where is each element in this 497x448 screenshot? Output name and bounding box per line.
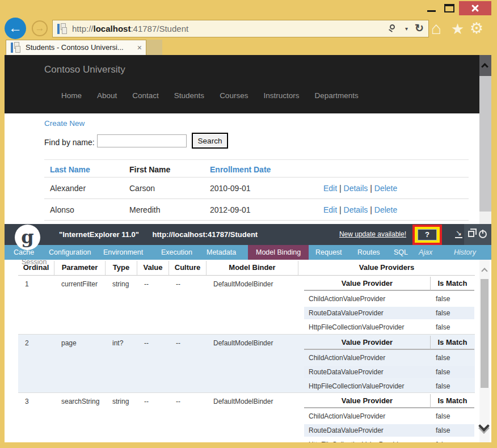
- details-link[interactable]: Details: [344, 184, 368, 193]
- is-match-cell: false: [430, 424, 474, 437]
- url-text[interactable]: http://localhost:41787/Student: [72, 20, 188, 37]
- site-nav: Home About Contact Students Courses Inst…: [61, 91, 359, 100]
- sidebar-item-contact[interactable]: Contact: [132, 91, 159, 100]
- edit-link[interactable]: Edit: [323, 184, 337, 193]
- model-binding-header: Ordinal Parameter Type Value Culture Mod…: [18, 261, 475, 276]
- minimize-button[interactable]: [424, 3, 439, 15]
- sidebar-item-home[interactable]: Home: [61, 91, 82, 100]
- site-header: Contoso University Home About Contact St…: [5, 55, 491, 113]
- chevron-down-icon[interactable]: ▾: [405, 20, 408, 37]
- model-binding-row: 2 page int? -- -- DefaultModelBinder Val…: [18, 334, 475, 392]
- glimpse-power-icon[interactable]: [479, 230, 487, 238]
- address-bar[interactable]: http://localhost:41787/Student ▾ ↻: [52, 20, 429, 37]
- model-binding-row: 3 searchString string -- -- DefaultModel…: [18, 392, 475, 442]
- ordinal-cell: 3: [18, 393, 54, 442]
- edit-link[interactable]: Edit: [323, 205, 337, 214]
- provider-name-cell: ChildActionValueProvider: [304, 293, 430, 305]
- create-new-link[interactable]: Create New: [44, 119, 85, 128]
- maximize-button[interactable]: [443, 3, 456, 14]
- provider-name-cell: RouteDataValueProvider: [304, 424, 430, 437]
- favorites-star-icon[interactable]: ★: [451, 19, 464, 39]
- delete-link[interactable]: Delete: [374, 184, 397, 193]
- value-cell: --: [137, 393, 169, 442]
- delete-link[interactable]: Delete: [374, 205, 397, 214]
- is-match-header: Is Match: [430, 336, 474, 349]
- value-cell: --: [137, 335, 169, 392]
- sidebar-item-courses[interactable]: Courses: [220, 91, 248, 100]
- home-icon[interactable]: ⌂: [431, 18, 441, 39]
- glimpse-tab-model-binding[interactable]: Model Binding: [248, 245, 309, 260]
- value-providers-table: Value Provider Is Match ChildActionValue…: [304, 336, 474, 392]
- value-provider-row: RouteDataValueProvider false: [304, 424, 474, 437]
- site-brand[interactable]: Contoso University: [44, 64, 125, 75]
- search-icon[interactable]: [389, 20, 399, 37]
- details-link[interactable]: Details: [344, 205, 368, 214]
- sidebar-item-about[interactable]: About: [97, 91, 117, 100]
- first-name-header: First Name: [129, 164, 210, 177]
- glimpse-tab-routes[interactable]: Routes: [357, 245, 380, 260]
- first-name-cell: Carson: [129, 177, 210, 199]
- sidebar-item-instructors[interactable]: Instructors: [263, 91, 299, 100]
- tab-row: Students - Contoso Universi... ×: [0, 40, 497, 55]
- glimpse-scroll-down-icon[interactable]: [480, 422, 488, 432]
- value-provider-row: HttpFileCollectionValueProvider false: [304, 321, 474, 333]
- maximize-icon: [444, 4, 454, 12]
- new-tab-stub[interactable]: [146, 40, 162, 55]
- last-name-cell: Alexander: [50, 177, 129, 199]
- help-button[interactable]: ?: [418, 229, 437, 240]
- close-button[interactable]: [459, 1, 491, 15]
- glimpse-scrollbar-thumb[interactable]: [481, 279, 488, 388]
- col-value: Value: [137, 261, 169, 275]
- sidebar-item-departments[interactable]: Departments: [314, 91, 358, 100]
- provider-name-cell: RouteDataValueProvider: [304, 307, 430, 319]
- glimpse-tab-sql[interactable]: SQL: [394, 245, 408, 260]
- glimpse-tab-request[interactable]: Request: [315, 245, 342, 260]
- is-match-cell: false: [430, 410, 474, 422]
- type-cell: string: [106, 276, 137, 334]
- value-providers-table: Value Provider Is Match ChildActionValue…: [304, 394, 474, 442]
- model-binding-row: 1 currentFilter string -- -- DefaultMode…: [18, 276, 475, 334]
- model-binder-cell: DefaultModelBinder: [207, 335, 298, 392]
- find-by-name-input[interactable]: [97, 134, 187, 147]
- sort-last-name-link[interactable]: Last Name: [50, 164, 129, 177]
- action-separator: |: [337, 205, 343, 214]
- type-cell: string: [106, 393, 137, 442]
- scrollbar-thumb[interactable]: [479, 76, 491, 212]
- glimpse-minimize-icon[interactable]: ↘: [455, 229, 462, 238]
- culture-cell: --: [169, 276, 207, 334]
- scroll-up-button[interactable]: [479, 55, 491, 76]
- browser-window: { "colors":{ "chrome_gold":"#EAC868","cl…: [0, 0, 497, 448]
- glimpse-tab-environment[interactable]: Environment: [103, 245, 143, 260]
- glimpse-tab-metadata[interactable]: Metadata: [207, 245, 236, 260]
- update-available-link[interactable]: New update available!: [339, 224, 406, 245]
- page-icon: [57, 23, 66, 35]
- refresh-icon[interactable]: ↻: [415, 20, 424, 37]
- tab-close-icon[interactable]: ×: [137, 40, 142, 55]
- minimize-icon: [427, 10, 436, 12]
- forward-button[interactable]: →: [32, 20, 48, 36]
- glimpse-tab-configuration[interactable]: Configuration: [49, 245, 91, 260]
- glimpse-popout-icon[interactable]: [468, 231, 474, 237]
- glimpse-logo-icon[interactable]: g: [15, 225, 40, 250]
- glimpse-tab-execution[interactable]: Execution: [161, 245, 192, 260]
- sidebar-item-students[interactable]: Students: [174, 91, 204, 100]
- chevron-up-icon: [481, 63, 488, 70]
- model-binding-table: Ordinal Parameter Type Value Culture Mod…: [18, 261, 475, 442]
- glimpse-scrollbar[interactable]: [479, 260, 490, 442]
- first-name-cell: Meredith: [129, 199, 210, 221]
- browser-tab-students[interactable]: Students - Contoso Universi... ×: [6, 40, 146, 55]
- is-match-cell: false: [430, 352, 474, 364]
- students-table: Last Name First Name Enrollment Date Ale…: [44, 164, 469, 221]
- is-match-cell: false: [430, 380, 474, 392]
- back-arrow-icon: ←: [9, 20, 22, 35]
- glimpse-content: Session Ordinal Parameter Type Value Cul…: [5, 260, 491, 442]
- settings-gear-icon[interactable]: ⚙: [470, 18, 483, 39]
- col-value-providers: Value Providers: [298, 261, 475, 275]
- glimpse-scroll-up-icon[interactable]: [482, 265, 487, 276]
- glimpse-tab-ajax[interactable]: Ajax: [419, 245, 432, 260]
- search-button[interactable]: Search: [192, 133, 228, 149]
- back-button[interactable]: ←: [5, 18, 26, 39]
- divider: [44, 159, 469, 160]
- glimpse-tab-history[interactable]: History: [454, 245, 476, 260]
- sort-enrollment-date-link[interactable]: Enrollment Date: [210, 164, 323, 177]
